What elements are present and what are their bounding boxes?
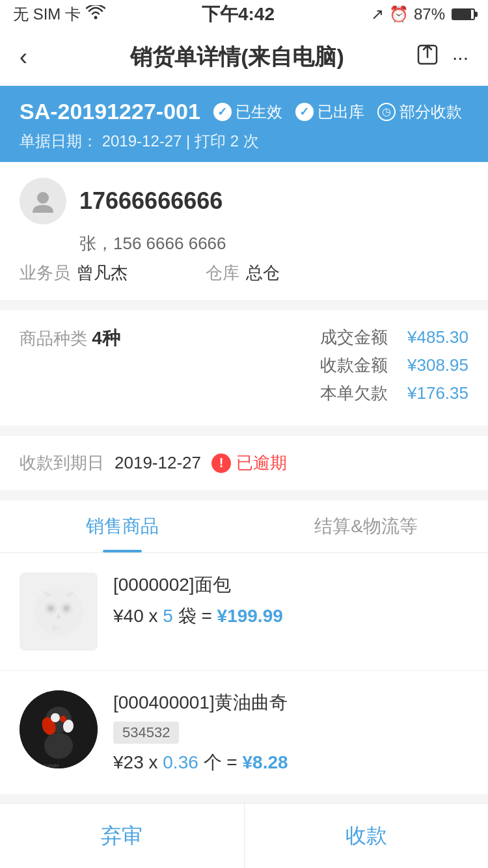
cookie-total: ¥8.28 — [242, 752, 288, 772]
products-section: 装+ [0000002]面包 ¥40 x 5 袋 = ¥199.99 — [0, 553, 488, 795]
more-button[interactable]: ··· — [452, 46, 468, 68]
stats-section: 商品种类 4种 成交金额 ¥485.30 收款金额 ¥308.95 本单欠款 ¥… — [0, 310, 488, 426]
cancel-button[interactable]: 弃审 — [0, 804, 245, 868]
page-title: 销货单详情(来自电脑) — [59, 42, 416, 72]
financial-stats: 成交金额 ¥485.30 收款金额 ¥308.95 本单欠款 ¥176.35 — [320, 326, 468, 410]
debt-value: ¥176.35 — [407, 383, 468, 403]
deal-amount-row: 成交金额 ¥485.30 — [320, 326, 468, 349]
nav-bar: ‹ 销货单详情(来自电脑) ··· — [0, 29, 488, 86]
salesperson-value: 曾凡杰 — [77, 262, 128, 284]
bread-total: ¥199.99 — [217, 606, 283, 626]
bread-qty: 5 — [163, 606, 173, 626]
cookie-unit: 个 — [204, 752, 222, 772]
received-amount-value: ¥308.95 — [407, 355, 468, 375]
debt-label: 本单欠款 — [320, 382, 388, 405]
customer-section: 17666666666 张，156 6666 6666 业务员 曾凡杰 仓库 总… — [0, 162, 488, 300]
bread-base-price: ¥40 — [113, 606, 144, 626]
product-types-count: 4种 — [92, 328, 120, 348]
product-image-cookie: damned whale — [20, 690, 98, 768]
customer-name: 17666666666 — [79, 187, 223, 215]
status-bar: 无 SIM 卡 下午4:42 ↗ ⏰ 87% — [0, 0, 488, 29]
product-name-bread: [0000002]面包 — [113, 573, 468, 597]
battery-text: 87% — [414, 5, 445, 23]
svg-point-2 — [37, 192, 49, 204]
product-types-label: 商品种类 — [20, 329, 87, 348]
avatar — [20, 178, 66, 224]
tabs-section: 销售商品 结算&物流等 — [0, 500, 488, 553]
svg-point-20 — [44, 733, 73, 759]
badge-partial: ◷ 部分收款 — [377, 102, 462, 122]
product-thumbnail-owl: 装+ — [33, 586, 85, 638]
svg-point-8 — [49, 606, 53, 610]
order-id: SA-20191227-001 — [20, 99, 200, 124]
overdue-icon: ! — [211, 454, 231, 473]
product-price-row-bread: ¥40 x 5 袋 = ¥199.99 — [113, 604, 468, 629]
cookie-base-price: ¥23 — [113, 752, 144, 772]
customer-info-row: 业务员 曾凡杰 仓库 总仓 — [20, 262, 468, 284]
cookie-multiply: x — [149, 752, 163, 772]
back-button[interactable]: ‹ — [20, 44, 59, 71]
svg-point-9 — [64, 606, 68, 610]
salesperson-label: 业务员 — [20, 262, 70, 284]
svg-text:装+: 装+ — [52, 625, 61, 631]
deal-amount-label: 成交金额 — [320, 326, 388, 349]
banner-date: 单据日期： 2019-12-27 | 打印 2 次 — [20, 131, 468, 152]
warehouse-label: 仓库 — [206, 262, 239, 284]
customer-row: 17666666666 — [20, 178, 468, 224]
check-icon-shipped: ✓ — [295, 103, 314, 121]
due-date-value: 2019-12-27 — [115, 453, 201, 473]
badge-active: ✓ 已生效 — [213, 102, 282, 122]
deal-amount-value: ¥485.30 — [407, 327, 468, 347]
cookie-equals: = — [226, 752, 242, 772]
due-date-label: 收款到期日 — [20, 452, 104, 474]
battery-icon — [452, 8, 475, 20]
overdue-badge: ! 已逾期 — [211, 452, 287, 474]
debt-row: 本单欠款 ¥176.35 — [320, 382, 468, 405]
tab-indicator — [103, 550, 142, 552]
salesperson-item: 业务员 曾凡杰 — [20, 262, 128, 284]
product-name-cookie: [000400001]黄油曲奇 — [113, 690, 468, 715]
product-thumbnail-cookie: damned whale — [20, 690, 98, 768]
product-sku-cookie: 534532 — [113, 722, 179, 744]
location-icon: ↗ — [371, 5, 384, 23]
customer-contact: 张，156 6666 6666 — [20, 232, 468, 255]
svg-text:damned whale: damned whale — [29, 763, 59, 768]
product-price-row-cookie: ¥23 x 0.36 个 = ¥8.28 — [113, 750, 468, 775]
bottom-bar: 弃审 收款 — [0, 803, 488, 868]
status-right: ↗ ⏰ 87% — [371, 5, 475, 23]
status-left: 无 SIM 卡 — [13, 4, 105, 25]
svg-point-0 — [94, 16, 98, 20]
badge-shipped: ✓ 已出库 — [295, 102, 364, 122]
banner-top: SA-20191227-001 ✓ 已生效 ✓ 已出库 ◷ 部分收款 — [20, 99, 468, 124]
received-amount-row: 收款金额 ¥308.95 — [320, 354, 468, 377]
wifi-icon — [86, 5, 105, 23]
warehouse-value: 总仓 — [246, 262, 280, 284]
received-amount-label: 收款金额 — [320, 354, 388, 377]
nav-actions: ··· — [416, 43, 468, 71]
confirm-button[interactable]: 收款 — [245, 804, 489, 868]
product-item-cookie: damned whale [000400001]黄油曲奇 534532 ¥23 … — [0, 671, 488, 795]
tabs-row: 销售商品 结算&物流等 — [0, 500, 488, 553]
bread-unit: 袋 — [178, 606, 197, 626]
share-button[interactable] — [416, 43, 439, 71]
svg-point-18 — [51, 713, 60, 722]
clock-icon: ◷ — [377, 103, 396, 121]
cookie-qty: 0.36 — [163, 752, 198, 772]
product-info-cookie: [000400001]黄油曲奇 534532 ¥23 x 0.36 个 = ¥8… — [113, 690, 468, 775]
bread-multiply: x — [149, 606, 163, 626]
due-date-section: 收款到期日 2019-12-27 ! 已逾期 — [0, 436, 488, 490]
tab-sales-products[interactable]: 销售商品 — [0, 500, 244, 552]
product-info-bread: [0000002]面包 ¥40 x 5 袋 = ¥199.99 — [113, 573, 468, 651]
svg-point-19 — [60, 716, 66, 722]
tab-settlement[interactable]: 结算&物流等 — [244, 500, 488, 552]
product-types: 商品种类 4种 — [20, 326, 120, 351]
tab-sales-label: 销售商品 — [86, 514, 159, 539]
warehouse-item: 仓库 总仓 — [206, 262, 280, 284]
carrier-text: 无 SIM 卡 — [13, 4, 81, 25]
tab-settlement-label: 结算&物流等 — [314, 514, 418, 539]
overdue-text: 已逾期 — [236, 452, 287, 474]
product-image-bread: 装+ — [20, 573, 98, 651]
status-time: 下午4:42 — [202, 2, 275, 27]
bread-equals: = — [201, 606, 217, 626]
product-item: 装+ [0000002]面包 ¥40 x 5 袋 = ¥199.99 — [0, 553, 488, 671]
